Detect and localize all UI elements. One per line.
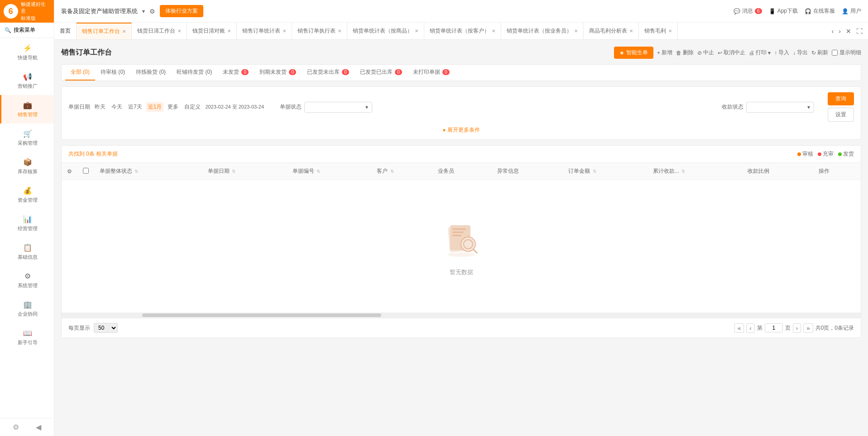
sidebar-item-finance[interactable]: 💰 资金管理	[0, 180, 54, 209]
show-detail-input[interactable]	[832, 50, 838, 56]
tab-close-cash-reconcile[interactable]: ✕	[227, 28, 231, 33]
tab-cash-reconcile[interactable]: 钱货日清对账 ✕	[187, 23, 237, 39]
tab-close-sales-workbench[interactable]: ✕	[122, 29, 126, 34]
tab-close-all-btn[interactable]: ✕	[844, 27, 853, 36]
tab-close-margin[interactable]: ✕	[629, 28, 633, 33]
show-detail-checkbox[interactable]: 显示明细	[832, 49, 861, 57]
payment-select[interactable]: ▾	[746, 102, 814, 113]
sub-tab-not-shipped[interactable]: 未发货 0	[217, 65, 254, 81]
review-action[interactable]: 审核	[797, 150, 813, 158]
tab-close-gross[interactable]: ✕	[668, 28, 672, 33]
sub-tab-wangpu[interactable]: 旺铺待发货 (0)	[171, 65, 217, 81]
tab-close-staff[interactable]: ✕	[574, 28, 578, 33]
tab-margin[interactable]: 商品毛利分析表 ✕	[584, 23, 639, 39]
tab-prev-btn[interactable]: ‹	[830, 27, 836, 36]
horizontal-scrollbar[interactable]	[62, 313, 861, 318]
sort-collected-icon[interactable]: ⇅	[681, 169, 685, 174]
import-btn[interactable]: ↑ 导入	[774, 49, 789, 57]
search-menu[interactable]: 🔍 搜索菜单	[0, 23, 54, 38]
settings-gear-icon[interactable]: ⚙	[13, 423, 19, 431]
sub-tab-shipped-not-out[interactable]: 已发货未出库 0	[302, 65, 355, 81]
next-page-btn[interactable]: ›	[793, 323, 801, 333]
date-opt-7days[interactable]: 近7天	[126, 102, 144, 112]
tab-next-btn[interactable]: ›	[837, 27, 843, 36]
sort-number-icon[interactable]: ⇅	[317, 169, 320, 174]
tab-sales-workbench[interactable]: 销售订单工作台 ✕	[77, 23, 132, 39]
refresh-btn[interactable]: ↻ 刷新	[811, 49, 828, 57]
sort-amount-icon[interactable]: ⇅	[593, 169, 596, 174]
sidebar-item-operations[interactable]: 📊 经营管理	[0, 209, 54, 237]
enterprise-label: 企业协同	[18, 311, 38, 318]
sidebar-item-enterprise[interactable]: 🏢 企业协同	[0, 294, 54, 323]
tab-gross[interactable]: 销售毛利 ✕	[639, 23, 678, 39]
smart-btn[interactable]: ★ 智能生单	[614, 47, 653, 59]
date-opt-today[interactable]: 今天	[110, 102, 124, 112]
date-opt-more[interactable]: 更多	[166, 102, 180, 112]
print-btn[interactable]: 🖨 打印 ▾	[749, 49, 771, 57]
first-page-btn[interactable]: «	[734, 323, 744, 333]
tab-sales-workbench-label: 销售订单工作台	[82, 28, 120, 35]
add-btn[interactable]: + 新增	[657, 49, 672, 57]
last-page-btn[interactable]: »	[803, 323, 813, 333]
sub-tab-overdue[interactable]: 到期未发货 0	[254, 65, 302, 81]
expand-filter-btn[interactable]: ▾ 展开更多条件	[443, 124, 480, 134]
col-checkbox[interactable]	[77, 163, 94, 180]
sub-tab-pending-check[interactable]: 待拣验货 (0)	[130, 65, 171, 81]
date-opt-custom[interactable]: 自定义	[182, 102, 202, 112]
sidebar-item-sales[interactable]: 💼 销售管理	[0, 95, 54, 123]
query-btn[interactable]: 查询	[828, 92, 854, 105]
sub-tab-not-printed[interactable]: 未打印单据 0	[408, 65, 455, 81]
page-size-select[interactable]: 50 20 100	[94, 323, 118, 333]
sidebar-item-system[interactable]: ⚙ 系统管理	[0, 266, 54, 294]
status-select[interactable]: ▾	[304, 102, 372, 113]
scrollbar-thumb[interactable]	[142, 313, 381, 317]
sidebar-item-quick-nav[interactable]: ⚡ 快捷导航	[0, 38, 54, 66]
user-item[interactable]: 👤 用户	[842, 7, 861, 15]
sort-status-icon[interactable]: ⇅	[134, 169, 138, 174]
tab-cash-daily[interactable]: 钱货日清工作台 ✕	[132, 23, 187, 39]
tab-sales-stats-customer[interactable]: 销货单统计表（按客户） ✕	[424, 23, 501, 39]
tab-sales-stats[interactable]: 销售订单统计表 ✕	[237, 23, 292, 39]
export-btn[interactable]: ↓ 导出	[793, 49, 808, 57]
tab-close-sales-stats[interactable]: ✕	[283, 28, 286, 33]
prev-page-btn[interactable]: ‹	[746, 323, 754, 333]
header-settings-icon[interactable]: ⚙	[149, 8, 155, 15]
sidebar-item-basic-info[interactable]: 📋 基础信息	[0, 237, 54, 266]
experience-btn[interactable]: 体验行业方案	[160, 5, 203, 17]
sort-date-icon[interactable]: ⇅	[232, 169, 235, 174]
tab-sales-stats-staff[interactable]: 销货单统计表（按业务员） ✕	[501, 23, 584, 39]
tab-margin-label: 商品毛利分析表	[589, 27, 627, 35]
tab-close-customer[interactable]: ✕	[492, 28, 495, 33]
tab-close-cash-daily[interactable]: ✕	[177, 28, 181, 33]
tab-close-sales-exec[interactable]: ✕	[338, 28, 341, 33]
sub-tab-shipped-out[interactable]: 已发货已出库 0	[355, 65, 408, 81]
sidebar-item-inventory[interactable]: 📦 库存核算	[0, 152, 54, 180]
app-download-item[interactable]: 📱 App下载	[769, 7, 798, 15]
select-all-checkbox[interactable]	[83, 168, 89, 174]
sort-customer-icon[interactable]: ⇅	[390, 169, 394, 174]
collapse-icon[interactable]: ◀	[36, 423, 41, 431]
sub-tab-all[interactable]: 全部 (0)	[65, 65, 95, 81]
tab-home[interactable]: 首页	[54, 23, 77, 39]
tab-sales-exec[interactable]: 销售订单执行表 ✕	[292, 23, 347, 39]
page-input[interactable]	[765, 323, 783, 332]
sub-tab-pending-review[interactable]: 待审核 (0)	[95, 65, 130, 81]
sidebar-item-marketing[interactable]: 📢 营销推广	[0, 66, 54, 95]
unreview-action[interactable]: 充审	[818, 150, 834, 158]
date-opt-1month[interactable]: 近1月	[146, 102, 164, 112]
date-opt-yesterday[interactable]: 昨天	[93, 102, 107, 112]
setting-btn[interactable]: 设置	[828, 108, 854, 122]
cancel-stop-btn[interactable]: ↩ 取消中止	[718, 49, 745, 57]
online-service-item[interactable]: 🎧 在线客服	[805, 7, 835, 15]
col-settings[interactable]: ⚙	[62, 163, 77, 180]
message-item[interactable]: 💬 消息 6	[734, 7, 762, 15]
ship-action[interactable]: 发货	[838, 150, 854, 158]
tab-sales-stats-product[interactable]: 销货单统计表（按商品） ✕	[347, 23, 424, 39]
stop-btn[interactable]: ⊘ 中止	[697, 49, 714, 57]
delete-btn[interactable]: 🗑 删除	[676, 49, 694, 57]
tab-expand-btn[interactable]: ⛶	[854, 27, 864, 36]
sidebar-item-guide[interactable]: 📖 新手引导	[0, 323, 54, 351]
tab-close-product[interactable]: ✕	[415, 28, 418, 33]
sidebar-item-purchase[interactable]: 🛒 采购管理	[0, 123, 54, 152]
dropdown-arrow-icon[interactable]: ▾	[142, 8, 145, 14]
